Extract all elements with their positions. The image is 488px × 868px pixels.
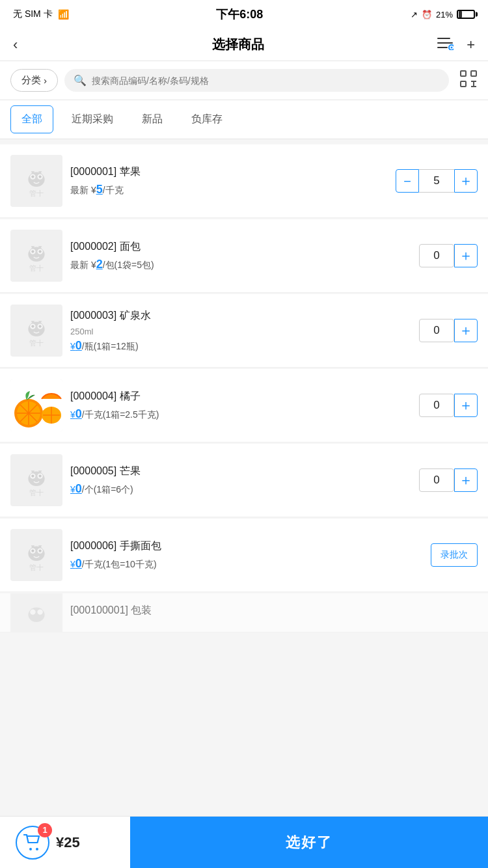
product-thumbnail [10, 379, 62, 431]
nav-bar: ‹ 选择商品 + [0, 29, 488, 61]
search-input[interactable] [92, 75, 440, 86]
status-bar: 无 SIM 卡 📶 下午6:08 ↗ ⏰ 21% [0, 0, 488, 29]
owl-logo-icon: 管十 [23, 538, 50, 573]
product-name: [0000004] 橘子 [70, 390, 411, 403]
product-list: 管十 [0000001] 苹果 最新 ¥5/千克 － ＋ [0, 144, 488, 632]
chevron-right-icon: › [44, 75, 47, 86]
qty-input[interactable] [419, 169, 454, 193]
list-item: 管十 [0000005] 芒果 ¥0/个(1箱=6个) ＋ [0, 444, 488, 517]
qty-control: ＋ [419, 468, 478, 492]
svg-rect-6 [471, 71, 476, 76]
qty-control: ＋ [419, 319, 478, 342]
qty-control: ＋ [419, 244, 478, 267]
owl-logo-icon: 管十 [23, 463, 50, 498]
tab-new[interactable]: 新品 [131, 100, 173, 139]
svg-point-47 [30, 609, 35, 614]
product-thumbnail: 管十 [10, 454, 62, 506]
svg-rect-5 [461, 71, 466, 76]
cart-total: ¥25 [56, 834, 80, 851]
add-icon[interactable]: + [467, 36, 475, 53]
owl-logo-icon: 管十 [23, 314, 50, 348]
cart-button[interactable]: 1 [16, 826, 49, 860]
product-thumbnail: 管十 [10, 529, 62, 581]
qty-control: － ＋ [396, 169, 478, 193]
orange-image [10, 379, 62, 431]
qty-input[interactable] [419, 319, 454, 342]
svg-point-45 [39, 549, 42, 552]
list-item: 管十 [0000003] 矿泉水 250ml ¥0/瓶(1箱=12瓶) ＋ [0, 294, 488, 368]
list-item: [000100001] 包装 [0, 593, 488, 632]
cart-badge: 1 [38, 823, 52, 837]
owl-logo-icon: 管十 [23, 239, 50, 273]
carrier-text: 无 SIM 卡 [13, 8, 53, 20]
svg-point-40 [39, 474, 42, 477]
qty-plus-button[interactable]: ＋ [454, 394, 478, 417]
confirm-button[interactable]: 选好了 [130, 817, 488, 868]
product-info: [0000002] 面包 最新 ¥2/包(1袋=5包) [70, 240, 411, 271]
product-name: [0000006] 手撕面包 [70, 539, 423, 553]
svg-point-25 [39, 325, 42, 327]
search-box: 🔍 [64, 69, 449, 92]
qty-plus-button[interactable]: ＋ [454, 169, 478, 193]
svg-point-16 [28, 247, 44, 261]
category-button[interactable]: 分类 › [10, 69, 58, 92]
qty-control: ＋ [419, 394, 478, 417]
list-item: 管十 [0000002] 面包 最新 ¥2/包(1袋=5包) ＋ [0, 219, 488, 293]
record-batch-button[interactable]: 录批次 [431, 543, 478, 567]
owl-logo-icon [23, 599, 50, 627]
product-thumbnail [10, 593, 62, 632]
product-price: 最新 ¥2/包(1袋=5包) [70, 258, 411, 271]
svg-point-20 [39, 250, 42, 252]
page-title: 选择商品 [212, 36, 264, 53]
wifi-icon: 📶 [58, 9, 69, 20]
product-price: ¥0/瓶(1箱=12瓶) [70, 339, 411, 353]
list-item: 管十 [0000006] 手撕面包 ¥0/千克(1包=10千克) 录批次 [0, 519, 488, 592]
product-info: [0000005] 芒果 ¥0/个(1箱=6个) [70, 465, 411, 496]
svg-point-41 [28, 546, 44, 560]
product-thumbnail: 管十 [10, 155, 62, 207]
product-price: ¥0/个(1箱=6个) [70, 482, 411, 496]
svg-point-48 [37, 609, 42, 614]
qty-input[interactable] [419, 468, 454, 492]
product-price: 最新 ¥5/千克 [70, 183, 388, 197]
qty-plus-button[interactable]: ＋ [454, 468, 478, 492]
back-button[interactable]: ‹ [13, 36, 39, 53]
filter-icon[interactable] [437, 36, 454, 54]
tab-all[interactable]: 全部 [10, 105, 53, 133]
list-item: 管十 [0000001] 苹果 最新 ¥5/千克 － ＋ [0, 144, 488, 218]
svg-point-15 [39, 175, 42, 178]
battery-text: 21% [436, 10, 453, 20]
product-info: [0000004] 橘子 ¥0/千克(1箱=2.5千克) [70, 390, 411, 421]
status-time: 下午6:08 [216, 7, 263, 22]
tab-recent[interactable]: 近期采购 [61, 100, 124, 139]
scan-icon[interactable] [459, 70, 478, 92]
svg-point-19 [31, 250, 34, 252]
product-info: [000100001] 包装 [70, 604, 478, 621]
alarm-icon: ⏰ [422, 10, 432, 20]
qty-plus-button[interactable]: ＋ [454, 244, 478, 267]
product-name: [0000001] 苹果 [70, 165, 388, 179]
battery-icon [457, 10, 475, 19]
status-left: 无 SIM 卡 📶 [13, 8, 69, 20]
svg-point-14 [31, 175, 34, 178]
svg-point-39 [31, 474, 34, 477]
svg-point-36 [28, 471, 44, 485]
qty-input[interactable] [419, 244, 454, 267]
location-icon: ↗ [411, 10, 418, 20]
product-name: [0000005] 芒果 [70, 465, 411, 478]
svg-point-49 [29, 848, 32, 850]
product-name: [000100001] 包装 [70, 604, 478, 617]
filter-row: 分类 › 🔍 [0, 61, 488, 100]
bottom-bar: 1 ¥25 选好了 [0, 816, 488, 868]
qty-input[interactable] [419, 394, 454, 417]
product-name: [0000003] 矿泉水 [70, 309, 411, 323]
qty-plus-button[interactable]: ＋ [454, 319, 478, 342]
qty-minus-button[interactable]: － [396, 169, 419, 193]
list-item: [0000004] 橘子 ¥0/千克(1箱=2.5千克) ＋ [0, 369, 488, 442]
product-info: [0000003] 矿泉水 250ml ¥0/瓶(1箱=12瓶) [70, 309, 411, 353]
owl-logo-icon: 管十 [23, 164, 50, 198]
product-price: ¥0/千克(1箱=2.5千克) [70, 407, 411, 421]
product-thumbnail: 管十 [10, 305, 62, 357]
tab-negative[interactable]: 负库存 [181, 100, 233, 139]
svg-point-11 [28, 172, 44, 186]
